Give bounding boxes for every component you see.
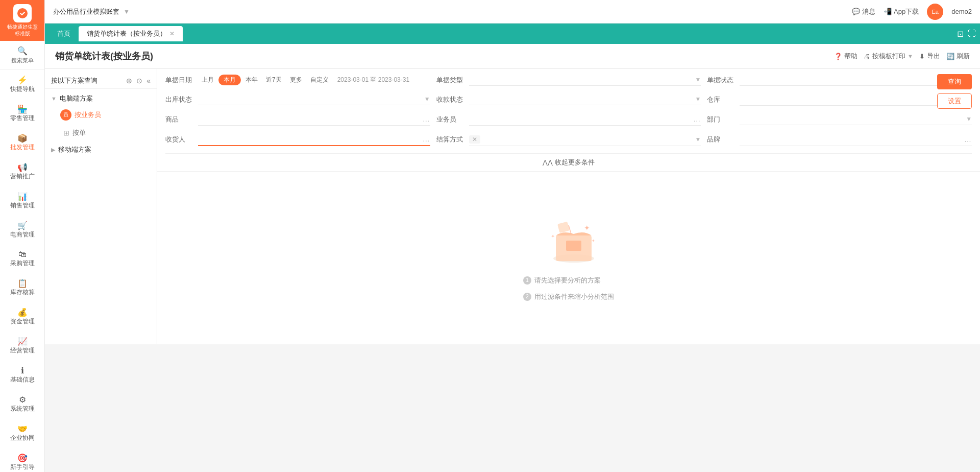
sidebar-item-quick-nav[interactable]: ⚡ 快捷导航 — [0, 70, 44, 99]
help-button[interactable]: ❓ 帮助 — [834, 52, 857, 61]
system-icon: ⚙ — [19, 395, 26, 405]
query-button[interactable]: 查询 — [937, 74, 972, 89]
sidebar-logo[interactable]: 畅捷通好生意 标准版 — [0, 0, 44, 41]
sidebar-item-system[interactable]: ⚙ 系统管理 — [0, 390, 44, 419]
add-scheme-icon[interactable]: ⊕ — [126, 77, 132, 85]
page-actions: ❓ 帮助 🖨 按模板打印 ▼ ⬇ 导出 🔄 刷新 — [834, 52, 970, 61]
sidebar-item-guide[interactable]: 🎯 新手引导 — [0, 448, 44, 472]
collapse-row: ⋀⋀ 收起更多条件 — [165, 153, 972, 171]
export-button[interactable]: ⬇ 导出 — [919, 52, 940, 61]
collapse-button[interactable]: ⋀⋀ 收起更多条件 — [543, 158, 595, 167]
date-tab-custom[interactable]: 自定义 — [307, 75, 332, 85]
collapse-panel-icon[interactable]: « — [146, 77, 151, 85]
doc-type-chevron-icon: ▼ — [695, 76, 701, 83]
sidebar-item-marketing[interactable]: 📢 营销推广 — [0, 157, 44, 186]
scheme-group-desktop-header[interactable]: ▼ 电脑端方案 — [45, 91, 157, 106]
receipt-status-select[interactable]: ▼ — [469, 93, 701, 105]
scheme-group-mobile-header[interactable]: ▶ 移动端方案 — [45, 142, 157, 157]
tip-num-1: 1 — [523, 276, 531, 285]
tab-close-icon[interactable]: ✕ — [169, 30, 175, 37]
settlement-tag: ✕ — [469, 135, 480, 144]
tab-minimize-icon[interactable]: ⊡ — [957, 29, 964, 39]
doc-type-select[interactable]: ▼ — [469, 74, 701, 86]
tip-item-2: 2 用过滤条件来缩小分析范围 — [523, 290, 614, 303]
filter-row-2: 出库状态 ▼ 收款状态 ▼ — [165, 93, 972, 106]
left-panel: 按以下方案查询 ⊕ ⊙ « ▼ 电脑端方案 — [45, 69, 157, 344]
right-panel: 单据日期 上月 本月 本年 近7天 更多 自定义 2023-03-01 至 20… — [157, 69, 980, 344]
page-content: 销货单统计表(按业务员) ❓ 帮助 🖨 按模板打印 ▼ ⬇ 导出 🔄 刷新 — [45, 44, 980, 472]
scheme-group-mobile-label: 移动端方案 — [58, 145, 91, 154]
goods-select[interactable]: … — [198, 113, 430, 126]
receiver-input[interactable]: … — [198, 133, 430, 146]
settlement-tag-clear-icon[interactable]: ✕ — [472, 136, 477, 143]
department-select[interactable]: ▼ — [740, 113, 972, 125]
page-header: 销货单统计表(按业务员) ❓ 帮助 🖨 按模板打印 ▼ ⬇ 导出 🔄 刷新 — [45, 44, 980, 69]
empty-state-icon: ✦ ✦ ✦ — [543, 213, 594, 264]
sales-icon: 📊 — [17, 192, 28, 201]
scheme-group-desktop: ▼ 电脑端方案 员 按业务员 ⊞ 按单 — [45, 91, 157, 142]
scheme-item-salesperson[interactable]: 员 按业务员 — [45, 106, 157, 124]
print-chevron-icon: ▼ — [908, 53, 913, 59]
department-chevron-icon: ▼ — [966, 115, 972, 123]
tab-home[interactable]: 首页 — [49, 26, 79, 41]
brand-select[interactable]: … — [740, 133, 972, 146]
doc-type-label: 单据类型 — [436, 76, 465, 85]
date-tab-last-7-days[interactable]: 近7天 — [262, 75, 285, 85]
sidebar-item-retail[interactable]: 🏪 零售管理 — [0, 99, 44, 128]
user-avatar[interactable]: Ea — [927, 4, 943, 20]
marketing-icon: 📢 — [17, 162, 28, 172]
sidebar-item-sales[interactable]: 📊 销售管理 — [0, 186, 44, 216]
date-tab-more[interactable]: 更多 — [286, 75, 306, 85]
date-tab-last-month[interactable]: 上月 — [198, 75, 217, 85]
settlement-select[interactable]: ✕ ▼ — [469, 133, 701, 146]
account-dropdown[interactable]: 办公用品行业模拟账套 — [53, 7, 119, 16]
tab-sales-stat[interactable]: 销货单统计表（按业务员） ✕ — [79, 26, 183, 41]
sidebar-item-purchase[interactable]: 🛍 采购管理 — [0, 245, 44, 273]
basic-info-icon: ℹ — [21, 366, 24, 375]
filter-settlement: 结算方式 ✕ ▼ — [430, 133, 701, 146]
topbar-right: 💬 消息 📲 App下载 Ea demo2 — [852, 4, 972, 20]
sidebar-item-operations[interactable]: 📈 经营管理 — [0, 332, 44, 361]
app-download-button[interactable]: 📲 App下载 — [884, 7, 919, 16]
department-label: 部门 — [707, 115, 736, 124]
query-btn-group: 查询 设置 — [937, 74, 972, 109]
refresh-button[interactable]: 🔄 刷新 — [946, 52, 970, 61]
filter-doc-status: 单据状态 ▼ — [701, 74, 972, 86]
finance-icon: 💰 — [17, 308, 28, 317]
message-button[interactable]: 💬 消息 — [852, 7, 875, 16]
sidebar-item-basic-info[interactable]: ℹ 基础信息 — [0, 361, 44, 390]
date-tab-current-year[interactable]: 本年 — [242, 75, 261, 85]
date-range-display: 2023-03-01 至 2023-03-31 — [337, 76, 409, 84]
dropdown-chevron-icon: ▼ — [124, 8, 130, 15]
sidebar: 畅捷通好生意 标准版 🔍 搜索菜单 ⚡ 快捷导航 🏪 零售管理 📦 批发管理 📢… — [0, 0, 45, 472]
sidebar-item-search[interactable]: 🔍 搜索菜单 — [0, 41, 44, 70]
out-status-select[interactable]: ▼ — [198, 93, 430, 105]
date-tab-current-month[interactable]: 本月 — [218, 75, 241, 85]
left-panel-title: 按以下方案查询 — [51, 76, 97, 85]
tab-maximize-icon[interactable]: ⛶ — [968, 29, 976, 39]
inventory-icon: 📋 — [17, 278, 28, 288]
sub-group-by-order-label: 按单 — [72, 128, 86, 137]
brand-label: 品牌 — [707, 135, 736, 144]
operations-icon: 📈 — [17, 337, 28, 346]
search-icon: 🔍 — [17, 46, 28, 56]
filter-department: 部门 ▼ — [701, 113, 972, 125]
sidebar-item-ecommerce[interactable]: 🛒 电商管理 — [0, 216, 44, 245]
date-tabs-group: 上月 本月 本年 近7天 更多 自定义 — [198, 75, 332, 85]
edit-scheme-icon[interactable]: ⊙ — [136, 77, 142, 85]
salesperson-select[interactable]: … — [469, 113, 701, 126]
salesperson-scheme-icon: 员 — [60, 109, 71, 121]
print-icon: 🖨 — [864, 53, 870, 60]
sidebar-item-collab[interactable]: 🤝 企业协同 — [0, 419, 44, 448]
sidebar-item-inventory[interactable]: 📋 库存核算 — [0, 273, 44, 302]
message-icon: 💬 — [852, 8, 860, 15]
sidebar-item-wholesale[interactable]: 📦 批发管理 — [0, 128, 44, 157]
sidebar-item-finance[interactable]: 💰 资金管理 — [0, 302, 44, 332]
logo-icon — [13, 4, 32, 22]
sub-group-by-order-header[interactable]: ⊞ 按单 — [45, 126, 157, 140]
collapse-icon: ⋀⋀ — [543, 159, 553, 166]
settings-button[interactable]: 设置 — [937, 93, 972, 109]
ecommerce-icon: 🛒 — [17, 221, 28, 230]
print-button[interactable]: 🖨 按模板打印 ▼ — [864, 52, 913, 61]
user-name[interactable]: demo2 — [951, 8, 972, 15]
